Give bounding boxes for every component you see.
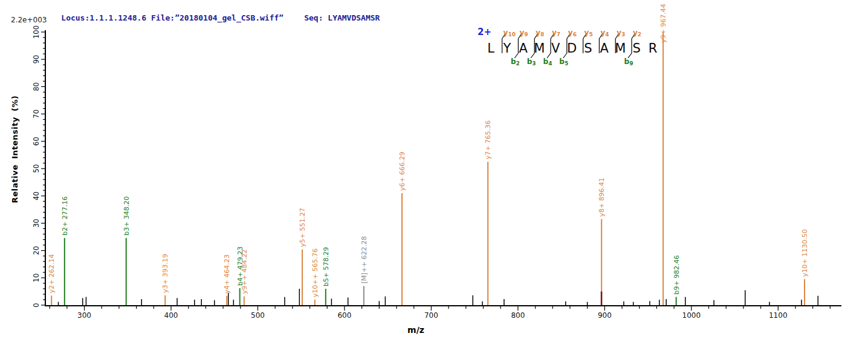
y-tick-label: 100 [32, 25, 40, 39]
peak-label: y3+ 393.19 [161, 254, 169, 293]
peak-label: y6+ 666.29 [398, 152, 406, 191]
y-ion-label: y3 [617, 28, 625, 37]
x-tick-label: 900 [598, 311, 612, 320]
peak-label: y2+ 262.14 [48, 254, 56, 293]
peak-label: b9+ 982.46 [673, 255, 681, 294]
residue-letter: R [649, 41, 658, 56]
peak-label: [M]++ 622.28 [360, 236, 368, 284]
x-tick-label: 500 [251, 311, 265, 320]
y-ion-label: y4 [600, 28, 609, 37]
y-tick-label: 20 [32, 246, 40, 255]
residue-letter: M [534, 41, 545, 56]
peak-label: y9++ 484.22 [241, 250, 248, 294]
residue-letter: L [487, 41, 494, 56]
peak-label: b2+ 277.16 [61, 196, 69, 236]
y-tick-label: 50 [32, 164, 40, 173]
y-ion-label: y5 [585, 28, 593, 37]
x-tick-label: 800 [511, 311, 525, 320]
peak-label: y4+ 464.23 [223, 254, 231, 294]
y-ion-label: y2 [633, 28, 641, 37]
peak-label: y8+ 896.41 [598, 178, 606, 217]
peak-label: b5+ 578.29 [322, 247, 330, 286]
peak-label: y9+ 967.44 [659, 4, 667, 43]
y-tick-label: 60 [32, 137, 40, 146]
b-ion-label: b2 [511, 57, 520, 66]
residue-letter: S [584, 41, 592, 56]
residue-letter: V [551, 41, 560, 56]
x-tick-label: 400 [164, 311, 178, 320]
peak-label: b3+ 348.20 [123, 196, 131, 236]
residue-letter: M [615, 41, 626, 56]
x-tick-label: 1100 [769, 311, 788, 320]
y-ion-label: y8 [536, 28, 544, 37]
residue-letter: Y [502, 41, 511, 56]
y-tick-label: 70 [32, 109, 40, 118]
peak-label: y10++ 565.76 [311, 248, 319, 297]
y-tick-label: 0 [32, 303, 40, 307]
x-tick-label: 700 [424, 311, 438, 320]
y-ion-label: y6 [568, 28, 577, 37]
b-ion-label: b9 [624, 57, 633, 66]
residue-letter: S [633, 41, 641, 56]
residue-letter: D [567, 41, 577, 56]
y-ion-label: y10 [504, 28, 516, 37]
y-ion-label: y9 [519, 28, 528, 37]
y-tick-label: 40 [32, 192, 40, 201]
residue-letter: A [519, 41, 528, 56]
peak-label: y7+ 765.36 [484, 120, 492, 160]
peak-label: y5+ 551.27 [299, 208, 306, 247]
y-ion-label: y7 [552, 28, 560, 37]
y-tick-label: 10 [32, 273, 40, 282]
spectrum-plot: 0102030405060708090100300400500600700800… [0, 0, 868, 342]
residue-letter: A [600, 41, 609, 56]
b-ion-label: b4 [543, 57, 552, 66]
x-tick-label: 600 [337, 311, 351, 320]
x-tick-label: 300 [77, 311, 91, 320]
spectrum-viewer-screen: Locus:1.1.1.1248.6 File:”20180104_gel_CS… [0, 0, 868, 342]
y-tick-label: 80 [32, 82, 40, 91]
y-tick-label: 90 [32, 55, 40, 64]
b-ion-label: b3 [527, 57, 536, 66]
b-ion-label: b5 [559, 57, 568, 66]
x-tick-label: 1000 [682, 311, 701, 320]
y-tick-label: 30 [32, 219, 40, 228]
peak-label: y10+ 1130.50 [801, 229, 809, 277]
